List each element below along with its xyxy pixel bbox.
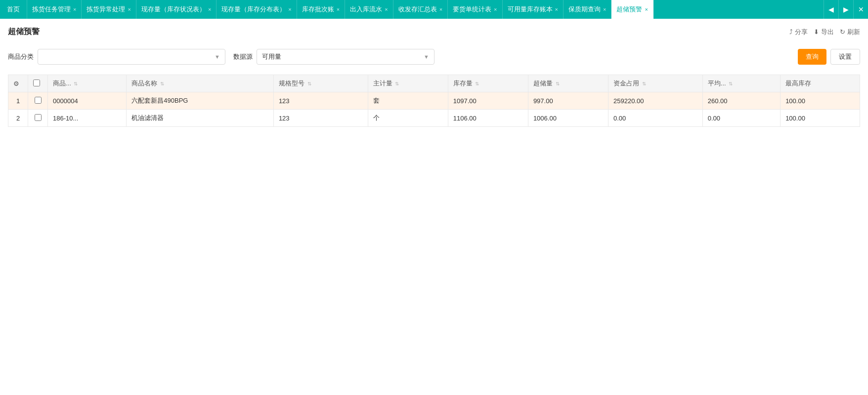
row-product-name-1: 机油滤清器 — [127, 110, 274, 127]
category-dropdown-icon: ▼ — [215, 54, 220, 60]
nav-tab-1[interactable]: 拣货异常处理 × — [82, 0, 136, 19]
row-overstock-0: 997.00 — [528, 92, 608, 110]
col-product-name[interactable]: 商品名称 ⇅ — [127, 75, 274, 92]
page-content: 超储预警 ⤴ 分享 ⬇ 导出 ↻ 刷新 商品分类 ▼ 数据源 — [0, 19, 868, 395]
export-icon: ⬇ — [814, 28, 819, 36]
nav-tab-6[interactable]: 收发存汇总表 × — [393, 0, 448, 19]
tab-close-8[interactable]: × — [555, 6, 558, 12]
export-button[interactable]: ⬇ 导出 — [814, 28, 834, 37]
nav-tab-9[interactable]: 保质期查询 × — [564, 0, 611, 19]
row-checkbox-cell-0[interactable] — [28, 92, 48, 110]
share-icon: ⤴ — [789, 28, 793, 36]
sort-icon-product-code: ⇅ — [74, 81, 78, 86]
col-stock[interactable]: 库存量 ⇅ — [448, 75, 528, 92]
row-checkbox-1[interactable] — [35, 114, 42, 121]
col-spec[interactable]: 规格型号 ⇅ — [273, 75, 368, 92]
row-capital-1: 0.00 — [608, 110, 703, 127]
row-max-stock-0: 100.00 — [781, 92, 860, 110]
col-unit[interactable]: 主计量 ⇅ — [368, 75, 448, 92]
row-unit-1: 个 — [368, 110, 448, 127]
sort-icon-capital: ⇅ — [642, 81, 646, 86]
datasource-filter: 数据源 可用量 ▼ — [233, 49, 434, 65]
row-spec-1: 123 — [273, 110, 368, 127]
top-navigation: 首页 拣货任务管理 × 拣货异常处理 × 现存量（库存状况表） × 现存量（库存… — [0, 0, 868, 19]
row-capital-0: 259220.00 — [608, 92, 703, 110]
refresh-button[interactable]: ↻ 刷新 — [840, 28, 860, 37]
share-button[interactable]: ⤴ 分享 — [789, 28, 808, 37]
row-stock-1: 1106.00 — [448, 110, 528, 127]
tab-close-4[interactable]: × — [337, 6, 340, 12]
nav-tab-8[interactable]: 可用量库存账本 × — [503, 0, 564, 19]
category-filter: 商品分类 ▼ — [8, 49, 225, 65]
nav-tab-0[interactable]: 拣货任务管理 × — [27, 0, 82, 19]
datasource-value: 可用量 — [262, 52, 281, 61]
category-select[interactable]: ▼ — [38, 49, 225, 65]
query-button[interactable]: 查询 — [798, 49, 826, 65]
row-avg-1: 0.00 — [702, 110, 780, 127]
row-product-name-0: 六配套新昌490BPG — [127, 92, 274, 110]
filter-actions: 查询 设置 — [798, 49, 860, 65]
tab-close-1[interactable]: × — [128, 6, 130, 12]
tab-close-9[interactable]: × — [603, 6, 606, 12]
col-avg[interactable]: 平均... ⇅ — [702, 75, 780, 92]
row-avg-0: 260.00 — [702, 92, 780, 110]
col-capital[interactable]: 资金占用 ⇅ — [608, 75, 703, 92]
table-row: 1 0000004 六配套新昌490BPG 123 套 1097.00 997.… — [8, 92, 860, 110]
nav-tab-5[interactable]: 出入库流水 × — [345, 0, 393, 19]
datasource-label: 数据源 — [233, 52, 253, 61]
row-stock-0: 1097.00 — [448, 92, 528, 110]
nav-arrow-right[interactable]: ▶ — [838, 0, 853, 19]
sort-icon-spec: ⇅ — [307, 81, 311, 86]
col-checkbox[interactable] — [28, 75, 48, 92]
settings-button[interactable]: 设置 — [830, 49, 860, 65]
page-header: 超储预警 ⤴ 分享 ⬇ 导出 ↻ 刷新 — [8, 27, 860, 37]
page-title: 超储预警 — [8, 27, 40, 37]
col-settings[interactable]: ⚙ — [8, 75, 28, 92]
nav-arrow-close[interactable]: ✕ — [853, 0, 868, 19]
table-header-row: ⚙ 商品... ⇅ 商品名称 ⇅ 规格型号 ⇅ 主计量 — [8, 75, 860, 92]
tab-close-3[interactable]: × — [288, 6, 291, 12]
nav-tab-3[interactable]: 现存量（库存分布表） × — [217, 0, 297, 19]
col-max-stock[interactable]: 最高库存 — [781, 75, 860, 92]
sort-icon-overstock: ⇅ — [556, 81, 560, 86]
tab-close-6[interactable]: × — [439, 6, 442, 12]
sort-icon-product-name: ⇅ — [160, 81, 164, 86]
tab-close-7[interactable]: × — [494, 6, 497, 12]
tab-close-2[interactable]: × — [208, 6, 211, 12]
filter-row: 商品分类 ▼ 数据源 可用量 ▼ 查询 设置 — [8, 45, 860, 69]
row-overstock-1: 1006.00 — [528, 110, 608, 127]
nav-arrow-left[interactable]: ◀ — [824, 0, 838, 19]
datasource-select[interactable]: 可用量 ▼ — [257, 49, 434, 65]
sort-icon-stock: ⇅ — [475, 81, 479, 86]
row-product-code-0: 0000004 — [48, 92, 127, 110]
refresh-icon: ↻ — [840, 28, 845, 36]
select-all-checkbox[interactable] — [33, 79, 40, 86]
row-checkbox-cell-1[interactable] — [28, 110, 48, 127]
row-unit-0: 套 — [368, 92, 448, 110]
nav-tab-2[interactable]: 现存量（库存状况表） × — [136, 0, 217, 19]
data-table: ⚙ 商品... ⇅ 商品名称 ⇅ 规格型号 ⇅ 主计量 — [8, 75, 860, 127]
col-product-code[interactable]: 商品... ⇅ — [48, 75, 127, 92]
tab-close-10[interactable]: × — [645, 6, 648, 12]
row-max-stock-1: 100.00 — [781, 110, 860, 127]
nav-tab-7[interactable]: 要货单统计表 × — [448, 0, 502, 19]
category-label: 商品分类 — [8, 52, 34, 61]
table-row: 2 186-10... 机油滤清器 123 个 1106.00 1006.00 … — [8, 110, 860, 127]
header-actions: ⤴ 分享 ⬇ 导出 ↻ 刷新 — [789, 28, 860, 37]
tab-close-5[interactable]: × — [385, 6, 388, 12]
datasource-dropdown-icon: ▼ — [424, 54, 429, 60]
row-index-0: 1 — [8, 92, 28, 110]
row-index-1: 2 — [8, 110, 28, 127]
row-checkbox-0[interactable] — [35, 97, 42, 104]
tab-close-0[interactable]: × — [73, 6, 76, 12]
sort-icon-avg: ⇅ — [729, 81, 733, 86]
col-overstock[interactable]: 超储量 ⇅ — [528, 75, 608, 92]
nav-arrows-container: ◀ ▶ ✕ — [824, 0, 868, 19]
nav-home[interactable]: 首页 — [0, 0, 27, 19]
nav-tab-10[interactable]: 超储预警 × — [611, 0, 653, 19]
sort-icon-unit: ⇅ — [395, 81, 399, 86]
gear-icon: ⚙ — [13, 80, 19, 87]
nav-tab-4[interactable]: 库存批次账 × — [297, 0, 345, 19]
row-spec-0: 123 — [273, 92, 368, 110]
row-product-code-1: 186-10... — [48, 110, 127, 127]
